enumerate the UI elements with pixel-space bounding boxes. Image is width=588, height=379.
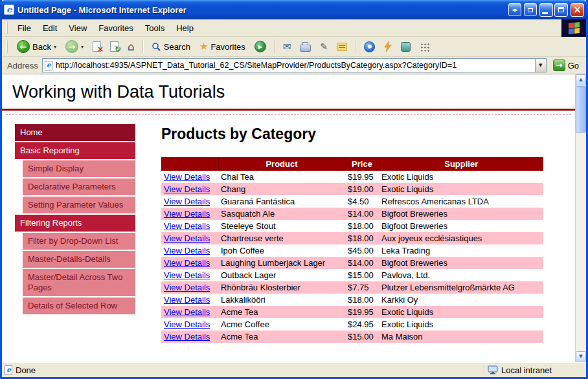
view-details-link[interactable]: View Details xyxy=(164,184,210,194)
column-header: Product xyxy=(218,157,345,171)
quick-launch-button[interactable] xyxy=(380,39,396,54)
home-icon: ⌂ xyxy=(128,41,135,52)
mail-button[interactable]: ✉ xyxy=(279,39,295,54)
price-cell: $24.95 xyxy=(345,318,379,330)
close-button[interactable]: × xyxy=(571,3,584,17)
research-button[interactable] xyxy=(397,40,414,54)
messenger-icon xyxy=(364,41,375,52)
sidebar-item-filter-by-drop-down-list[interactable]: Filter by Drop-Down List xyxy=(23,233,135,250)
sidebar-item-master-details-details[interactable]: Master-Details-Details xyxy=(23,251,135,268)
title-bar: e Untitled Page - Microsoft Internet Exp… xyxy=(0,0,588,19)
title-extra-button-2[interactable] xyxy=(524,3,537,16)
forward-dropdown-icon[interactable]: ▾ xyxy=(81,44,84,50)
sidebar-item-master-detail-across-two-pages[interactable]: Master/Detail Across Two Pages xyxy=(23,269,135,296)
supplier-cell: Leka Trading xyxy=(379,244,543,257)
research-icon xyxy=(401,42,411,52)
menu-tools[interactable]: Tools xyxy=(139,21,170,36)
edit-button[interactable]: ✎ xyxy=(316,39,332,54)
ie-throbber-logo xyxy=(561,19,586,37)
sidebar-item-declarative-parameters[interactable]: Declarative Parameters xyxy=(23,179,135,195)
back-dropdown-icon[interactable]: ▾ xyxy=(54,44,56,50)
discuss-button[interactable] xyxy=(333,41,351,53)
forward-button[interactable]: → ▾ xyxy=(62,38,87,55)
windows-flag-icon xyxy=(569,22,580,34)
status-text: Done xyxy=(16,365,36,375)
address-url[interactable]: http://localhost:4935/ASPNET_Data_Tutori… xyxy=(56,61,535,70)
home-button[interactable]: ⌂ xyxy=(124,39,139,54)
view-details-link[interactable]: View Details xyxy=(164,283,210,292)
sidebar-item-filtering-reports[interactable]: Filtering Reports xyxy=(15,215,135,232)
mail-icon: ✉ xyxy=(283,41,291,52)
toolbar-grip[interactable] xyxy=(6,21,8,34)
favorites-button[interactable]: ★ Favorites xyxy=(196,39,249,54)
discuss-icon xyxy=(337,43,347,51)
stop-button[interactable]: × xyxy=(89,39,105,54)
view-details-link[interactable]: View Details xyxy=(164,221,210,231)
view-details-link[interactable]: View Details xyxy=(164,172,210,182)
sidebar-menu: HomeBasic ReportingSimple DisplayDeclara… xyxy=(15,124,135,343)
price-cell: $19.00 xyxy=(345,183,379,195)
scroll-down-button[interactable]: ▼ xyxy=(576,351,586,362)
sidebar-item-basic-reporting[interactable]: Basic Reporting xyxy=(15,142,135,159)
menu-help[interactable]: Help xyxy=(170,21,199,36)
table-row: View DetailsAcme Tea$19.95Exotic Liquids xyxy=(161,306,543,318)
maximize-button[interactable] xyxy=(554,3,568,17)
menu-file[interactable]: File xyxy=(12,21,37,36)
view-details-link[interactable]: View Details xyxy=(164,319,210,329)
view-details-link[interactable]: View Details xyxy=(164,270,210,280)
messenger-button[interactable] xyxy=(360,39,379,54)
table-row: View DetailsChang$19.00Exotic Liquids xyxy=(161,183,543,195)
view-details-link[interactable]: View Details xyxy=(164,209,210,219)
sidebar-item-setting-parameter-values[interactable]: Setting Parameter Values xyxy=(23,197,135,213)
vertical-scrollbar[interactable]: ▲ ▼ xyxy=(575,74,586,362)
back-button[interactable]: ← Back ▾ xyxy=(13,38,60,55)
view-details-link[interactable]: View Details xyxy=(164,295,210,305)
view-details-link[interactable]: View Details xyxy=(164,246,210,255)
price-cell: $18.00 xyxy=(345,294,379,306)
go-icon: → xyxy=(553,60,565,71)
refresh-button[interactable]: ↻ xyxy=(106,39,122,54)
view-details-link[interactable]: View Details xyxy=(164,258,210,268)
toolbar-grip[interactable] xyxy=(6,40,8,53)
title-extra-button-1[interactable]: ◂▸ xyxy=(508,3,521,16)
menu-favorites[interactable]: Favorites xyxy=(93,21,139,36)
scrollbar-track[interactable] xyxy=(576,85,586,351)
grid-tool-button[interactable] xyxy=(416,40,433,54)
product-cell: Ipoh Coffee xyxy=(218,244,345,257)
status-separator xyxy=(484,365,484,375)
back-icon: ← xyxy=(17,40,30,53)
supplier-cell: Ma Maison xyxy=(379,330,543,343)
scroll-up-button[interactable]: ▲ xyxy=(576,74,586,85)
view-details-link[interactable]: View Details xyxy=(164,332,210,341)
product-cell: Laughing Lumberjack Lager xyxy=(218,257,345,269)
minimize-button[interactable] xyxy=(539,3,553,17)
search-button[interactable]: Search xyxy=(148,40,194,54)
sidebar-item-simple-display[interactable]: Simple Display xyxy=(23,160,135,177)
sidebar-item-details-of-selected-row[interactable]: Details of Selected Row xyxy=(23,298,135,314)
address-dropdown-button[interactable]: ▼ xyxy=(535,59,546,72)
view-details-link[interactable]: View Details xyxy=(164,233,210,243)
favorites-label: Favorites xyxy=(210,42,245,52)
address-input[interactable]: e http://localhost:4935/ASPNET_Data_Tuto… xyxy=(42,58,547,72)
media-button[interactable]: ▶ xyxy=(251,39,270,54)
page-title: Products by Category xyxy=(161,125,560,143)
view-details-link[interactable]: View Details xyxy=(164,307,210,317)
column-header: Supplier xyxy=(379,157,543,171)
address-bar: Address e http://localhost:4935/ASPNET_D… xyxy=(2,57,586,74)
product-cell: Guaraná Fantástica xyxy=(218,195,345,208)
menu-edit[interactable]: Edit xyxy=(37,21,63,36)
scrollbar-thumb[interactable] xyxy=(576,86,586,133)
table-row: View DetailsChartreuse verte$18.00Aux jo… xyxy=(161,232,543,244)
back-label: Back xyxy=(32,42,51,52)
sidebar-item-home[interactable]: Home xyxy=(15,124,135,141)
table-row: View DetailsGuaraná Fantástica$4.50Refre… xyxy=(161,195,543,208)
go-label: Go xyxy=(568,61,579,70)
view-details-link[interactable]: View Details xyxy=(164,197,210,206)
address-label: Address xyxy=(7,61,38,70)
menu-bar: FileEditViewFavoritesToolsHelp xyxy=(2,19,586,37)
menu-view[interactable]: View xyxy=(63,21,93,36)
table-row: View DetailsSasquatch Ale$14.00Bigfoot B… xyxy=(161,208,543,220)
print-button[interactable] xyxy=(296,39,315,54)
column-header: Price xyxy=(345,157,379,171)
go-button[interactable]: → Go xyxy=(550,58,583,72)
